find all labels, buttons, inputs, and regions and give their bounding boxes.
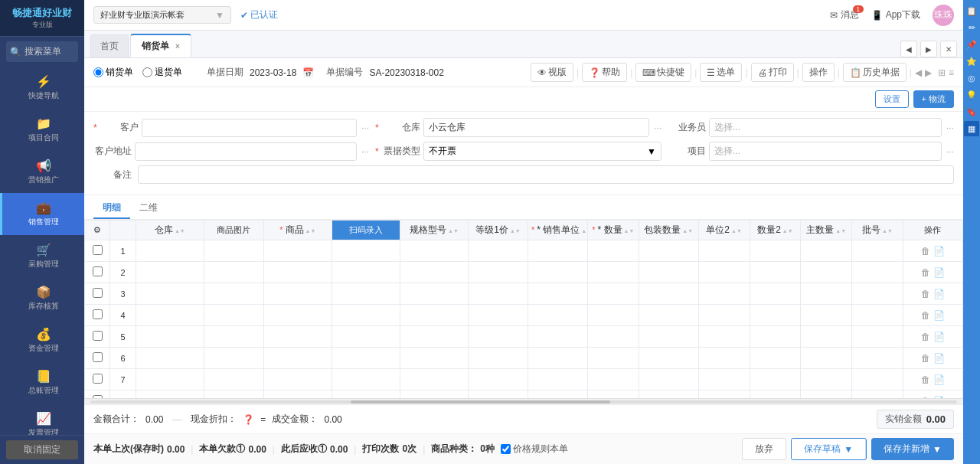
cell-quantity[interactable] (587, 369, 639, 390)
messages-button[interactable]: ✉ 1 消息 (830, 8, 859, 21)
row-checkbox[interactable] (85, 240, 110, 262)
customer-input[interactable] (142, 119, 357, 137)
cell-product[interactable] (263, 240, 332, 262)
cell-product[interactable] (263, 305, 332, 326)
cell-warehouse[interactable] (136, 283, 204, 305)
cell-product[interactable] (263, 262, 332, 283)
customer-picker[interactable]: ··· (361, 123, 369, 133)
row-copy-icon[interactable]: 📄 (933, 396, 945, 399)
row-delete-icon[interactable]: 🗑 (921, 353, 930, 364)
rp-icon-2[interactable]: ✏ (964, 20, 979, 35)
tab-close-all-button[interactable]: ✕ (940, 41, 957, 57)
user-avatar[interactable]: 珠珠 (933, 5, 954, 26)
row-checkbox[interactable] (85, 305, 110, 326)
warehouse-picker[interactable]: ··· (654, 123, 662, 133)
list-icon[interactable]: ≡ (949, 67, 954, 78)
save-new-button[interactable]: 保存并新增 ▼ (871, 438, 954, 460)
cell-warehouse[interactable] (136, 240, 204, 262)
calendar-icon[interactable]: 📅 (302, 67, 314, 78)
sidebar-item-projects[interactable]: 📁 项目合同 (0, 109, 84, 151)
row-delete-icon[interactable]: 🗑 (921, 267, 930, 278)
col-product[interactable]: 商品▲▼ (263, 221, 332, 240)
search-button[interactable]: 🔍 搜索菜单 (6, 41, 78, 62)
rp-icon-1[interactable]: 📋 (964, 3, 979, 18)
cell-scan[interactable] (332, 369, 400, 390)
rp-icon-4[interactable]: ⭐ (964, 54, 979, 69)
cell-warehouse[interactable] (136, 348, 204, 369)
rp-icon-3[interactable]: 📌 (964, 37, 979, 52)
col-settings[interactable]: ⚙ (85, 221, 110, 240)
print-button[interactable]: 🖨 打印 (751, 63, 794, 82)
cancel-fixed-button[interactable]: 取消固定 (6, 440, 78, 459)
col-scan[interactable]: 扫码录入 (332, 221, 400, 240)
tab-detail[interactable]: 明细 (93, 198, 130, 219)
operate-button[interactable]: 操作 (802, 63, 835, 82)
rp-icon-5[interactable]: ◎ (964, 70, 979, 86)
company-selector[interactable]: 好业财专业版演示帐套 ▼ (93, 6, 231, 24)
prev-btn[interactable]: ◀ (915, 67, 922, 78)
save-draft-button[interactable]: 保存草稿 ▼ (792, 439, 866, 459)
row-copy-icon[interactable]: 📄 (933, 332, 945, 342)
sidebar-item-accounting[interactable]: 📒 总账管理 (0, 361, 84, 404)
sidebar-item-purchase[interactable]: 🛒 采购管理 (0, 235, 84, 277)
row-copy-icon[interactable]: 📄 (933, 374, 945, 385)
sidebar-item-inventory[interactable]: 📦 库存核算 (0, 277, 84, 319)
cell-quantity[interactable] (587, 326, 639, 348)
abandon-button[interactable]: 放弃 (742, 438, 786, 460)
select-button[interactable]: ☰ 选单 (700, 63, 742, 82)
setup-button[interactable]: 设置 (875, 90, 909, 108)
row-delete-icon[interactable]: 🗑 (921, 396, 930, 399)
row-checkbox[interactable] (85, 390, 110, 399)
scroll-thumb[interactable] (351, 400, 611, 404)
sidebar-search[interactable]: 🔍 搜索菜单 (0, 37, 84, 67)
cell-scan[interactable] (332, 262, 400, 283)
tab-sales-order[interactable]: 销货单 × (130, 34, 191, 57)
salesperson-picker[interactable]: ··· (946, 123, 954, 133)
address-picker[interactable]: ··· (361, 146, 369, 157)
rp-icon-8[interactable]: ▦ (964, 121, 979, 136)
sidebar-item-quicknav[interactable]: ⚡ 快捷导航 (0, 67, 84, 109)
cell-warehouse[interactable] (136, 369, 204, 390)
sidebar-item-marketing[interactable]: 📢 营销推广 (0, 151, 84, 193)
project-picker[interactable]: ··· (946, 146, 954, 157)
radio-return[interactable]: 退货单 (142, 66, 182, 79)
row-copy-icon[interactable]: 📄 (933, 353, 945, 364)
row-copy-icon[interactable]: 📄 (933, 289, 945, 299)
cell-product[interactable] (263, 283, 332, 305)
row-checkbox[interactable] (85, 326, 110, 348)
row-delete-icon[interactable]: 🗑 (921, 332, 930, 342)
grid-icon[interactable]: ⊞ (938, 67, 946, 78)
cell-quantity[interactable] (587, 240, 639, 262)
radio-return-input[interactable] (142, 67, 152, 77)
cell-product[interactable] (263, 369, 332, 390)
tab-next-button[interactable]: ▶ (920, 41, 937, 57)
cell-scan[interactable] (332, 390, 400, 399)
history-button[interactable]: 📋 历史单据 (843, 63, 906, 82)
cell-quantity[interactable] (587, 390, 639, 399)
rp-icon-7[interactable]: 🔖 (964, 104, 979, 119)
price-rule-checkbox[interactable] (501, 444, 511, 454)
row-copy-icon[interactable]: 📄 (933, 267, 945, 278)
footer-price-rule[interactable]: 价格规则本单 (501, 443, 568, 456)
sidebar-item-reports[interactable]: 📈 发票管理 (0, 404, 84, 435)
cell-quantity[interactable] (587, 348, 639, 369)
sidebar-item-sales[interactable]: 💼 销售管理 (0, 193, 84, 235)
cell-product[interactable] (263, 390, 332, 399)
radio-sale[interactable]: 销货单 (93, 66, 133, 79)
invoice-select[interactable]: 不开票 ▼ (423, 142, 662, 161)
row-checkbox[interactable] (85, 283, 110, 305)
cell-warehouse[interactable] (136, 305, 204, 326)
salesperson-input[interactable]: 选择... (709, 118, 942, 137)
sidebar-item-funds[interactable]: 💰 资金管理 (0, 319, 84, 361)
rp-icon-6[interactable]: 💡 (964, 87, 979, 103)
tab-close-icon[interactable]: × (175, 42, 180, 51)
radio-sale-input[interactable] (93, 67, 103, 77)
row-delete-icon[interactable]: 🗑 (921, 289, 930, 299)
cell-scan[interactable] (332, 240, 400, 262)
address-input[interactable] (135, 142, 357, 161)
cell-quantity[interactable] (587, 262, 639, 283)
row-delete-icon[interactable]: 🗑 (921, 374, 930, 385)
cell-quantity[interactable] (587, 305, 639, 326)
help-icon2[interactable]: ❓ (243, 414, 254, 425)
row-checkbox[interactable] (85, 348, 110, 369)
